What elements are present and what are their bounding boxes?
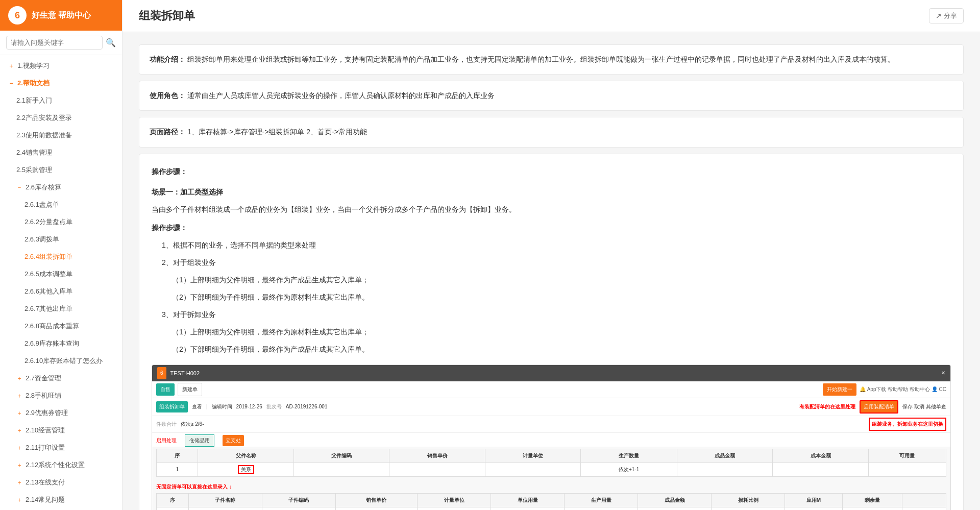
step2-2: （2）下部明细为子件明细，最终作为原材料生成其它出库单。	[152, 290, 951, 304]
sidebar-item-finance[interactable]: ＋ 2.7资金管理	[0, 370, 122, 387]
path-card: 页面路径： 1、库存核算->库存管理->组装拆卸单 2、首页->常用功能	[139, 117, 964, 147]
annotation3: 组装业务、拆卸业务在这里切换	[869, 418, 946, 431]
sc-th-ops	[902, 493, 946, 507]
sidebar-item-install[interactable]: 2.2产品安装及登录	[0, 109, 122, 127]
arrow-down: ↓	[229, 484, 232, 490]
annotation5: 无固定清单可以直接在这里录入	[156, 484, 228, 490]
sc-btn-new[interactable]: 开始新建一	[823, 383, 856, 396]
sc-count: 依次≥ 2/6-	[181, 419, 204, 429]
sidebar-item-stockcheck[interactable]: 2.6.9库存账本查询	[0, 335, 122, 352]
sidebar-item-stockerr[interactable]: 2.6.10库存账本错了怎么办	[0, 352, 122, 370]
sc-annotation-field: 仓储品用	[185, 434, 214, 447]
step3-2: （2）下部明细为子件明细，最终作为产成品生成其它入库单。	[152, 342, 951, 356]
sc-th-apply-m: 应用M	[785, 493, 842, 507]
func-intro-text: 组装拆卸单用来处理企业组装或拆卸等加工业务，支持有固定装配清单的产品加工业务，也…	[187, 55, 895, 63]
table-row: 1 周板 1 编码01 依次+1-+1 单位(+1) 30.00 400 0.0…	[157, 507, 946, 510]
sidebar-item-stocktake-label: 2.6.1盘点单	[24, 200, 59, 209]
annotation1: 有装配清单的在这里处理	[799, 402, 855, 412]
plus-icon-7: ＋	[16, 461, 22, 470]
scene-title: 场景一：加工类型选择	[152, 185, 951, 199]
role-label: 使用角色：	[150, 91, 185, 100]
sidebar-item-new[interactable]: 2.1新手入门	[0, 92, 122, 109]
sc-annotation-row: 启用处理 仓储品用 立支处	[152, 433, 950, 447]
sc-tab-newbill[interactable]: 新建单	[178, 383, 202, 396]
sidebar-item-video[interactable]: ＋ 1.视频学习	[0, 57, 122, 75]
sidebar-item-operation[interactable]: ＋ 2.10经营管理	[0, 422, 122, 439]
sc-logo: 6	[157, 367, 166, 379]
sidebar-item-otherinbound[interactable]: 2.6.6其他入库单	[0, 283, 122, 300]
sc-td-cost-amt	[773, 463, 868, 476]
sidebar-item-mobile[interactable]: ＋ 2.8手机旺铺	[0, 387, 122, 404]
sc-td-apply-m-1: 0.00	[785, 507, 842, 510]
sidebar-item-purchase-label: 2.5采购管理	[16, 165, 52, 175]
sc-td-child-code-1: 编码01	[262, 507, 335, 510]
sc-th-cost-amt: 成本金额	[773, 449, 868, 463]
sidebar-item-inventory[interactable]: － 2.6库存核算	[0, 179, 122, 196]
func-intro-card: 功能介绍： 组装拆卸单用来处理企业组装或拆卸等加工业务，支持有固定装配清单的产品…	[139, 44, 964, 75]
sidebar-item-otheroutbound[interactable]: 2.6.7其他出库单	[0, 300, 122, 318]
sc-subform: 件数合计 依次≥ 2/6- 组装业务、拆卸业务在这里切换	[152, 416, 950, 433]
sidebar-item-customize[interactable]: ＋ 2.12系统个性化设置	[0, 456, 122, 474]
sidebar-item-docs-label: 2.帮助文档	[17, 79, 50, 88]
sidebar-item-partial[interactable]: 2.6.2分量盘点单	[0, 213, 122, 231]
sidebar-header: 6 好生意 帮助中心	[0, 0, 122, 31]
plus-icon-2: ＋	[16, 374, 22, 383]
plus-icon-3: ＋	[16, 392, 22, 400]
sc-form-date: 2019-12-26	[236, 402, 262, 412]
sc-tab-zishou[interactable]: 自售	[156, 383, 175, 396]
sidebar-item-sales[interactable]: 2.4销售管理	[0, 144, 122, 161]
sidebar-item-operation-label: 2.10经营管理	[26, 426, 65, 435]
sc-form-batchlabel: 批次号	[266, 402, 282, 412]
sc-td-prod-amt2-1: 0.00	[638, 507, 712, 510]
sc-td-child-name-1: 周板 1	[188, 507, 262, 510]
sc-th-loss-ratio: 损耗比例	[712, 493, 785, 507]
plus-icon-4: ＋	[16, 409, 22, 418]
sidebar-item-finance-label: 2.7资金管理	[26, 374, 61, 383]
share-button[interactable]: ↗ 分享	[929, 8, 964, 23]
plus-icon-6: ＋	[16, 444, 22, 452]
main-area: 组装拆卸单 ↗ 分享 功能介绍： 组装拆卸单用来处理企业组装或拆卸等加工业务，支…	[122, 0, 980, 510]
sidebar-item-install-label: 2.2产品安装及登录	[16, 113, 72, 123]
sc-setbtn[interactable]: 立支处	[223, 435, 244, 446]
sc-icons: 🔔 App下载 帮助帮助 帮助中心 👤 CC	[860, 384, 946, 395]
sc-td-seq1: 1	[157, 463, 198, 476]
sc-th-unit2: 计量单位	[418, 493, 491, 507]
sidebar-item-data[interactable]: 2.3使用前数据准备	[0, 127, 122, 144]
sc-titlebar: 6 TEST-H002 ✕	[152, 365, 950, 381]
sidebar-item-print[interactable]: ＋ 2.11打印设置	[0, 439, 122, 456]
sidebar-item-purchase[interactable]: 2.5采购管理	[0, 161, 122, 179]
sc-count-label: 件数合计	[156, 419, 177, 429]
sc-th-price2: 销售单价	[335, 493, 418, 507]
sidebar-item-costadj[interactable]: 2.6.5成本调整单	[0, 265, 122, 283]
sc-th-child-code: 子件编码	[262, 493, 335, 507]
sidebar-item-docs[interactable]: － 2.帮助文档	[0, 75, 122, 92]
sidebar-item-assembly-label: 2.6.4组装拆卸单	[24, 252, 72, 261]
search-icon[interactable]: 🔍	[106, 38, 116, 47]
role-text: 通常由生产人员或库管人员完成拆装业务的操作，库管人员确认原材料的出库和产成品的入…	[187, 91, 495, 100]
sidebar-item-stocktake[interactable]: 2.6.1盘点单	[0, 196, 122, 213]
sc-th-seq1: 序	[157, 449, 198, 463]
sidebar-item-adjust[interactable]: 2.6.3调拨单	[0, 231, 122, 248]
sc-lower-table: 序 子件名称 子件编码 销售单价 计量单位 单位用量 生产用量 成品金额 损耗比…	[156, 493, 946, 510]
plus-icon-9: ＋	[16, 496, 22, 504]
sc-parent-name-field: 关系	[238, 465, 254, 474]
sc-title-text: TEST-H002	[170, 368, 200, 379]
sidebar-item-coupon[interactable]: ＋ 2.9优惠券管理	[0, 404, 122, 422]
nav-section: ＋ 1.视频学习 － 2.帮助文档 2.1新手入门 2.2产品安装及登录 2.3…	[0, 55, 122, 510]
sidebar-item-otherinbound-label: 2.6.6其他入库单	[24, 287, 72, 296]
sc-td-unit2-1: 单位(+1)	[418, 507, 491, 510]
sc-close: ✕	[941, 368, 945, 378]
sidebar-item-assembly[interactable]: 2.6.4组装拆卸单	[0, 248, 122, 265]
sidebar-item-costcalc[interactable]: 2.6.8商品成本重算	[0, 318, 122, 335]
sc-td-avail	[868, 463, 946, 476]
sidebar-item-payment[interactable]: ＋ 2.13在线支付	[0, 474, 122, 491]
search-input[interactable]	[6, 36, 103, 50]
sc-annotation-btn1[interactable]: 启用装配清单	[860, 400, 898, 414]
sidebar-item-faq[interactable]: ＋ 2.14常见问题	[0, 491, 122, 508]
sc-form-header: 组装拆卸单 查看 | 编辑时间 2019-12-26 批次号 AD-201912…	[152, 398, 950, 416]
func-intro-label: 功能介绍：	[150, 55, 185, 63]
sc-form-btn1: 查看	[192, 402, 202, 412]
logo-icon: 6	[8, 6, 27, 25]
sc-lower-table-container: 无固定清单可以直接在这里录入 ↓ 序 子件名称 子件编码 销售单价 计量单位 单…	[152, 479, 950, 510]
sidebar-item-costadj-label: 2.6.5成本调整单	[24, 270, 72, 279]
